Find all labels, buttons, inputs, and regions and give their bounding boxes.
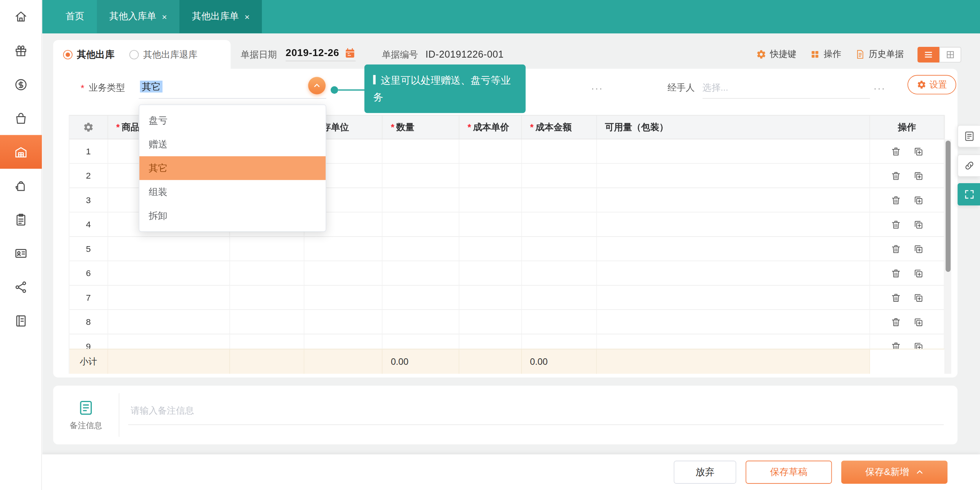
- table-cell[interactable]: [230, 261, 305, 285]
- duplicate-row-button[interactable]: [913, 341, 924, 349]
- delete-row-button[interactable]: [891, 146, 901, 157]
- table-cell[interactable]: [597, 139, 870, 163]
- date-field[interactable]: 2019-12-26: [286, 48, 356, 61]
- table-cell[interactable]: [459, 310, 522, 334]
- sidebar-item-home[interactable]: [0, 0, 42, 33]
- table-cell[interactable]: [383, 237, 460, 261]
- sidebar-item-production[interactable]: [0, 169, 42, 202]
- table-cell[interactable]: [383, 139, 460, 163]
- table-cell[interactable]: [459, 261, 522, 285]
- table-cell[interactable]: [108, 261, 230, 285]
- dropdown-option-selected[interactable]: 其它: [139, 156, 326, 180]
- business-type-input[interactable]: 其它: [140, 81, 163, 93]
- table-cell[interactable]: [522, 237, 597, 261]
- table-cell[interactable]: [459, 188, 522, 212]
- delete-row-button[interactable]: [891, 292, 901, 303]
- delete-row-button[interactable]: [891, 171, 901, 181]
- table-cell[interactable]: [597, 261, 870, 285]
- duplicate-row-button[interactable]: [913, 243, 924, 254]
- table-cell[interactable]: [459, 212, 522, 236]
- sidebar-item-purchase[interactable]: [0, 101, 42, 135]
- cancel-button[interactable]: 放弃: [674, 461, 737, 484]
- table-cell[interactable]: [597, 310, 870, 334]
- table-cell[interactable]: [522, 334, 597, 349]
- table-cell[interactable]: [522, 310, 597, 334]
- table-cell[interactable]: [459, 286, 522, 310]
- link-tool-button[interactable]: [957, 154, 980, 177]
- table-cell[interactable]: [597, 164, 870, 187]
- table-cell[interactable]: [230, 334, 305, 349]
- delete-row-button[interactable]: [891, 219, 901, 230]
- note-tool-button[interactable]: [957, 125, 980, 148]
- table-cell[interactable]: [522, 139, 597, 163]
- actions-button[interactable]: 操作: [810, 49, 841, 60]
- tab-close-icon[interactable]: ×: [245, 12, 250, 22]
- table-cell[interactable]: [597, 237, 870, 261]
- table-cell[interactable]: [108, 334, 230, 349]
- table-scrollbar[interactable]: [945, 139, 951, 374]
- table-cell[interactable]: [383, 310, 460, 334]
- scrollbar-thumb[interactable]: [945, 141, 950, 272]
- sidebar-item-orders[interactable]: [0, 202, 42, 236]
- sidebar-item-warehouse[interactable]: [0, 135, 42, 169]
- table-cell[interactable]: [305, 237, 382, 261]
- grid-view-toggle[interactable]: [939, 46, 961, 62]
- table-cell[interactable]: [305, 334, 382, 349]
- duplicate-row-button[interactable]: [913, 292, 924, 303]
- table-cell[interactable]: [522, 261, 597, 285]
- sidebar-item-accounts[interactable]: [0, 236, 42, 270]
- handler-field-ellipsis[interactable]: ...: [874, 81, 886, 92]
- delete-row-button[interactable]: [891, 268, 901, 278]
- table-cell[interactable]: [597, 188, 870, 212]
- delete-row-button[interactable]: [891, 341, 901, 349]
- column-settings-button[interactable]: [70, 116, 108, 139]
- tab-other-outbound[interactable]: 其他出库单×: [179, 0, 262, 33]
- tab-other-inbound[interactable]: 其他入库单×: [97, 0, 179, 33]
- table-cell[interactable]: [459, 237, 522, 261]
- table-cell[interactable]: [383, 286, 460, 310]
- remark-input[interactable]: [129, 405, 936, 416]
- table-cell[interactable]: [230, 286, 305, 310]
- history-documents-button[interactable]: 历史单据: [855, 49, 904, 60]
- table-cell[interactable]: [522, 212, 597, 236]
- table-cell[interactable]: [597, 334, 870, 349]
- table-cell[interactable]: [108, 310, 230, 334]
- handler-select[interactable]: 选择...: [702, 82, 728, 94]
- duplicate-row-button[interactable]: [913, 171, 924, 181]
- warehouse-field-ellipsis[interactable]: ...: [591, 81, 603, 92]
- radio-other-outbound[interactable]: 其他出库: [63, 48, 114, 60]
- duplicate-row-button[interactable]: [913, 146, 924, 157]
- table-cell[interactable]: [522, 286, 597, 310]
- tab-home[interactable]: 首页: [53, 0, 97, 33]
- collapse-dropdown-button[interactable]: [308, 77, 326, 94]
- sidebar-item-share[interactable]: [0, 270, 42, 304]
- table-cell[interactable]: [305, 261, 382, 285]
- calendar-icon[interactable]: [344, 48, 356, 59]
- table-cell[interactable]: [383, 334, 460, 349]
- save-and-new-button[interactable]: 保存&新增: [841, 461, 948, 484]
- dropdown-option[interactable]: 赠送: [139, 132, 326, 156]
- delete-row-button[interactable]: [891, 195, 901, 205]
- dropdown-option[interactable]: 盘亏: [139, 109, 326, 132]
- table-cell[interactable]: [108, 286, 230, 310]
- table-cell[interactable]: [305, 310, 382, 334]
- table-cell[interactable]: [459, 334, 522, 349]
- table-cell[interactable]: [522, 188, 597, 212]
- delete-row-button[interactable]: [891, 316, 901, 327]
- table-cell[interactable]: [383, 188, 460, 212]
- save-draft-button[interactable]: 保存草稿: [746, 461, 832, 484]
- table-cell[interactable]: [597, 212, 870, 236]
- table-cell[interactable]: [383, 261, 460, 285]
- dropdown-option[interactable]: 拆卸: [139, 204, 326, 228]
- table-cell[interactable]: [230, 237, 305, 261]
- sidebar-item-reports[interactable]: [0, 304, 42, 338]
- table-cell[interactable]: [522, 164, 597, 187]
- tab-close-icon[interactable]: ×: [162, 12, 167, 22]
- table-cell[interactable]: [459, 139, 522, 163]
- list-view-toggle[interactable]: [917, 46, 939, 62]
- radio-other-outbound-return[interactable]: 其他出库退库: [129, 48, 197, 60]
- sidebar-item-gift[interactable]: [0, 34, 42, 68]
- table-cell[interactable]: [108, 237, 230, 261]
- table-cell[interactable]: [597, 286, 870, 310]
- duplicate-row-button[interactable]: [913, 316, 924, 327]
